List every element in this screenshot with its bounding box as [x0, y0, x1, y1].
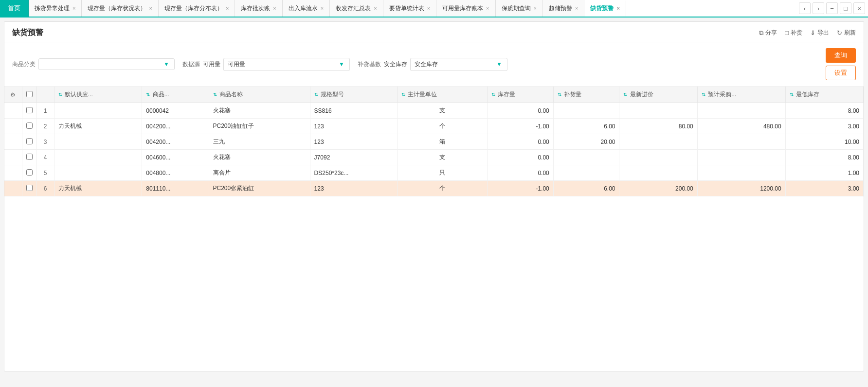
col-est-purchase-header[interactable]: ⇅ 预计采购... [697, 87, 785, 103]
replenish-base-selected: 安全库存 [415, 60, 438, 69]
col-goods-code-header[interactable]: ⇅ 商品... [142, 87, 209, 103]
tab-close-btn[interactable]: × [853, 2, 865, 14]
row-checkbox-cell-1 [22, 119, 36, 134]
tab-prev-btn[interactable]: ‹ [799, 2, 811, 14]
row-supplier-4 [54, 165, 142, 181]
tab-stock2[interactable]: 现存量（库存分布表）× [159, 0, 235, 17]
tab-label-inout: 出入库流水 [289, 4, 318, 13]
col-replenish-header[interactable]: ⇅ 补货量 [553, 87, 619, 103]
row-est_purchase-2 [697, 134, 785, 150]
refresh-label: 刷新 [844, 29, 856, 37]
tab-shortage[interactable]: 缺货预警× [584, 0, 626, 17]
table-row: 5004800...离合片DS250*23c...只0.001.00 [4, 165, 864, 181]
row-checkbox-1[interactable] [26, 123, 33, 129]
tab-receive[interactable]: 收发存汇总表× [330, 0, 383, 17]
row-replenish-0 [553, 103, 619, 119]
export-icon: ⇓ [810, 29, 815, 36]
tab-batch[interactable]: 库存批次账× [235, 0, 282, 17]
row-checkbox-5[interactable] [26, 185, 33, 191]
row-spec-1: 123 [310, 119, 398, 134]
tab-close-available[interactable]: × [486, 5, 489, 11]
tab-available[interactable]: 可用量库存账本× [436, 0, 495, 17]
tab-expiry[interactable]: 保质期查询× [496, 0, 543, 17]
category-select[interactable]: ▼ [38, 58, 175, 70]
row-checkbox-0[interactable] [26, 107, 33, 113]
tab-close-batch[interactable]: × [273, 5, 276, 11]
category-filter-group: 商品分类 ▼ [12, 58, 175, 70]
export-action[interactable]: ⇓ 导出 [810, 29, 829, 37]
share-action[interactable]: ⧉ 分享 [759, 29, 777, 37]
tab-label-available: 可用量库存账本 [442, 4, 483, 13]
table-row: 4004600...火花塞J7092支0.008.00 [4, 150, 864, 165]
unit-sort-icon: ⇅ [401, 92, 405, 97]
replenish-label: 补货 [791, 29, 802, 37]
row-checkbox-cell-5 [22, 181, 36, 196]
row-replenish-2: 20.00 [553, 134, 619, 150]
stock-sort-icon: ⇅ [491, 92, 495, 97]
tab-abnormal[interactable]: 拣货异常处理× [29, 0, 82, 17]
select-all-checkbox[interactable] [26, 91, 33, 97]
row-gear-4 [4, 165, 22, 181]
row-spec-4: DS250*23c... [310, 165, 398, 181]
goods-code-sort-icon: ⇅ [146, 92, 150, 97]
row-replenish-1: 6.00 [553, 119, 619, 134]
tab-close-inout[interactable]: × [321, 5, 324, 11]
row-checkbox-4[interactable] [26, 169, 33, 176]
tab-minimize-btn[interactable]: − [826, 2, 838, 14]
replenish-base-select[interactable]: 安全库存 ▼ [410, 58, 507, 71]
row-latest_price-0 [619, 103, 697, 119]
tab-close-receive[interactable]: × [374, 5, 377, 11]
tab-close-expiry[interactable]: × [534, 5, 537, 11]
page-header: 缺货预警 ⧉ 分享 □ 补货 ⇓ 导出 ↻ 刷新 [4, 22, 864, 42]
tab-close-stock1[interactable]: × [149, 5, 152, 11]
col-stock-header[interactable]: ⇅ 库存量 [487, 87, 553, 103]
row-goods_code-3: 004600... [142, 150, 209, 165]
replenish-action[interactable]: □ 补货 [785, 29, 802, 37]
row-unit-5: 个 [398, 181, 488, 196]
settings-button[interactable]: 设置 [826, 66, 856, 80]
col-supplier-header[interactable]: ⇅ 默认供应... [54, 87, 142, 103]
tab-overstock[interactable]: 超储预警× [543, 0, 584, 17]
col-goods-name-header[interactable]: ⇅ 商品名称 [209, 87, 310, 103]
row-min_stock-1: 3.00 [785, 119, 863, 134]
row-stock-5: -1.00 [487, 181, 553, 196]
datasource-select[interactable]: 可用量 ▼ [223, 58, 350, 71]
col-spec-header[interactable]: ⇅ 规格型号 [310, 87, 398, 103]
tab-close-shortage[interactable]: × [616, 5, 619, 11]
tab-close-abnormal[interactable]: × [72, 5, 75, 11]
tab-label-abnormal: 拣货异常处理 [35, 4, 70, 13]
supplier-sort-icon: ⇅ [58, 92, 62, 97]
datasource-selected: 可用量 [228, 60, 245, 69]
gear-icon[interactable]: ⚙ [8, 91, 18, 98]
row-checkbox-3[interactable] [26, 154, 33, 160]
tab-maximize-btn[interactable]: □ [840, 2, 851, 14]
col-min-stock-header[interactable]: ⇅ 最低库存 [785, 87, 863, 103]
page-content: 缺货预警 ⧉ 分享 □ 补货 ⇓ 导出 ↻ 刷新 商品分类 [4, 21, 864, 371]
col-unit-header[interactable]: ⇅ 主计量单位 [398, 87, 488, 103]
refresh-icon: ↻ [837, 29, 842, 36]
query-button[interactable]: 查询 [826, 48, 856, 63]
goods-name-sort-icon: ⇅ [213, 92, 217, 97]
col-latest-price-header[interactable]: ⇅ 最新进价 [619, 87, 697, 103]
tab-demand[interactable]: 要货单统计表× [383, 0, 436, 17]
tab-label-receive: 收发存汇总表 [336, 4, 371, 13]
datasource-label: 数据源 [182, 60, 200, 69]
row-goods_code-1: 004200... [142, 119, 209, 134]
row-checkbox-2[interactable] [26, 138, 33, 144]
tab-close-stock2[interactable]: × [226, 5, 229, 11]
tab-next-btn[interactable]: › [813, 2, 824, 14]
spec-sort-icon: ⇅ [314, 92, 318, 97]
datasource-filter-group: 数据源 可用量 可用量 ▼ [182, 58, 350, 71]
row-replenish-4 [553, 165, 619, 181]
tab-home[interactable]: 首页 [0, 0, 29, 17]
tab-inout[interactable]: 出入库流水× [283, 0, 330, 17]
share-label: 分享 [765, 29, 777, 37]
refresh-action[interactable]: ↻ 刷新 [837, 29, 856, 37]
tab-stock1[interactable]: 现存量（库存状况表）× [82, 0, 158, 17]
stock-header-label: 库存量 [498, 91, 515, 98]
tab-close-overstock[interactable]: × [575, 5, 578, 11]
row-stock-3: 0.00 [487, 150, 553, 165]
tab-close-demand[interactable]: × [427, 5, 430, 11]
row-latest_price-4 [619, 165, 697, 181]
row-goods_name-0: 火花塞 [209, 103, 310, 119]
